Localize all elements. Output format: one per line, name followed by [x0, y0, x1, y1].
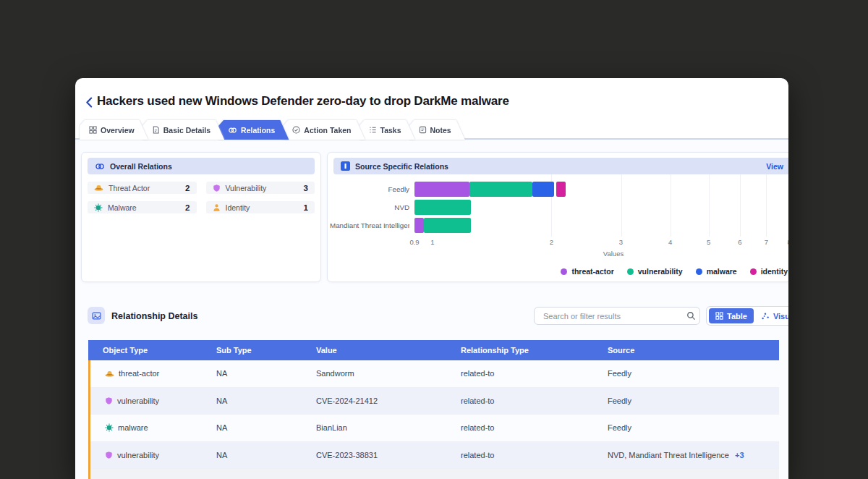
- x-axis-tick: 8: [778, 238, 788, 246]
- legend-dot: [627, 268, 634, 275]
- cell-text: Feedly: [608, 369, 631, 378]
- link-icon: [228, 127, 237, 134]
- table-row[interactable]: threat-actorNASandwormrelated-toFeedly: [90, 360, 779, 388]
- bar-segment-identity[interactable]: [556, 182, 565, 197]
- table-row[interactable]: malwareNABianLianrelated-toFeedly: [90, 415, 779, 442]
- search-icon[interactable]: [686, 311, 696, 321]
- stat-count: 2: [185, 184, 190, 192]
- column-header-source[interactable]: Source: [593, 346, 779, 355]
- legend-label: identity: [761, 267, 788, 276]
- stat-vulnerability[interactable]: Vulnerability3: [206, 182, 315, 194]
- chart-gridline: [766, 174, 767, 237]
- link-icon: [95, 163, 105, 170]
- legend-item-identity[interactable]: identity: [750, 267, 788, 276]
- bar-segment-vulnerability[interactable]: [414, 200, 471, 215]
- bar-segment-threat-actor[interactable]: [414, 182, 469, 197]
- tab-action-taken[interactable]: Action Taken: [283, 120, 368, 140]
- cell-text: CVE-2023-38831: [316, 451, 378, 459]
- chart-gridline: [671, 174, 671, 237]
- chart-category-label: NVD: [330, 200, 409, 215]
- back-icon[interactable]: [85, 97, 93, 108]
- cell-text: BianLian: [316, 423, 347, 432]
- legend-dot: [561, 268, 567, 275]
- bar-segment-vulnerability[interactable]: [424, 218, 471, 233]
- stat-threat-actor[interactable]: Threat Actor2: [88, 182, 197, 194]
- chart-legend: threat-actorvulnerabilitymalwareidentity: [328, 267, 788, 276]
- cell-text: NA: [216, 397, 227, 405]
- search-input[interactable]: [534, 307, 700, 325]
- view-toggle: Table Visualize: [706, 306, 788, 326]
- relation-stats-grid: Threat Actor2Vulnerability3Malware2Ident…: [88, 182, 315, 213]
- table-row-partial[interactable]: [88, 469, 779, 479]
- cell-source: NVD, Mandiant Threat Intelligence+3: [593, 451, 779, 459]
- bar-segment-malware[interactable]: [532, 182, 554, 197]
- tab-label: Notes: [430, 126, 451, 135]
- stat-label: Malware: [108, 203, 180, 212]
- column-header-sub-type[interactable]: Sub Type: [202, 346, 302, 355]
- cell-text: Sandworm: [316, 369, 354, 378]
- chart-gridline: [709, 174, 710, 237]
- x-axis-label: Values: [588, 250, 639, 258]
- cell-relationship-type: related-to: [446, 423, 593, 432]
- cell-sub-type: NA: [202, 369, 302, 378]
- cell-text: related-to: [461, 423, 494, 432]
- legend-dot: [696, 268, 702, 275]
- table-view-button[interactable]: Table: [709, 308, 754, 323]
- source-more-link[interactable]: +3: [735, 451, 744, 459]
- task-list-icon: [369, 126, 377, 134]
- tab-relations[interactable]: Relations: [218, 120, 292, 140]
- table-row[interactable]: vulnerabilityNACVE-2023-38831related-toN…: [90, 442, 779, 470]
- stat-malware[interactable]: Malware2: [88, 201, 197, 213]
- bar-segment-vulnerability[interactable]: [469, 182, 532, 197]
- cell-object-type: malware: [90, 423, 202, 432]
- legend-label: vulnerability: [638, 267, 683, 276]
- chart-gridline: [621, 174, 622, 237]
- legend-item-malware[interactable]: malware: [696, 267, 737, 276]
- cell-text: vulnerability: [117, 451, 159, 459]
- note-icon: [419, 126, 427, 134]
- cell-text: related-to: [461, 369, 494, 378]
- cell-text: malware: [118, 423, 148, 432]
- legend-item-threat-actor[interactable]: threat-actor: [561, 267, 613, 276]
- cell-object-type: threat-actor: [90, 369, 202, 378]
- table-row[interactable]: vulnerabilityNACVE-2024-21412related-toF…: [90, 388, 779, 415]
- tab-overview[interactable]: Overview: [80, 120, 152, 140]
- stat-label: Identity: [226, 203, 299, 212]
- x-axis-tick: 5: [698, 238, 720, 246]
- cell-value: CVE-2023-38831: [302, 451, 446, 459]
- cell-text: NA: [216, 369, 227, 378]
- cell-value: CVE-2024-21412: [302, 397, 446, 405]
- stat-identity[interactable]: Identity1: [206, 201, 315, 213]
- overall-relations-title: Overall Relations: [110, 162, 172, 171]
- cell-object-type: vulnerability: [90, 451, 202, 459]
- cell-source: Feedly: [593, 369, 779, 378]
- identity-icon: [213, 203, 221, 212]
- malware-icon: [94, 203, 103, 212]
- chart-category-label: Mandiant Threat Intelligence: [330, 218, 409, 233]
- table-header-row: Object TypeSub TypeValueRelationship Typ…: [88, 340, 779, 360]
- legend-item-vulnerability[interactable]: vulnerability: [627, 267, 683, 276]
- column-header-value[interactable]: Value: [302, 346, 446, 355]
- chart-category-label: Feedly: [330, 182, 409, 197]
- tab-bar: OverviewBasic DetailsRelationsAction Tak…: [80, 119, 459, 140]
- overall-relations-header: Overall Relations: [88, 158, 315, 174]
- cell-relationship-type: related-to: [446, 369, 593, 378]
- stat-count: 3: [304, 184, 308, 192]
- cell-relationship-type: related-to: [446, 397, 593, 405]
- visualize-view-button[interactable]: Visualize: [756, 308, 788, 323]
- tab-basic-details[interactable]: Basic Details: [142, 120, 228, 140]
- cell-text: related-to: [461, 451, 494, 459]
- column-header-relationship-type[interactable]: Relationship Type: [446, 346, 593, 355]
- source-specific-relations-panel: Source Specific Relations View 0.9123456…: [327, 152, 788, 282]
- cell-sub-type: NA: [202, 451, 302, 459]
- column-header-object-type[interactable]: Object Type: [88, 346, 202, 355]
- x-axis-tick: 6: [729, 238, 751, 246]
- vulnerability-icon: [213, 184, 221, 192]
- legend-dot: [750, 268, 757, 275]
- x-axis-tick: 1: [422, 238, 443, 246]
- cell-sub-type: NA: [202, 423, 302, 432]
- cell-source: Feedly: [593, 423, 779, 432]
- cell-text: Feedly: [608, 397, 631, 405]
- cell-source: Feedly: [593, 397, 779, 405]
- bar-segment-threat-actor[interactable]: [414, 218, 424, 233]
